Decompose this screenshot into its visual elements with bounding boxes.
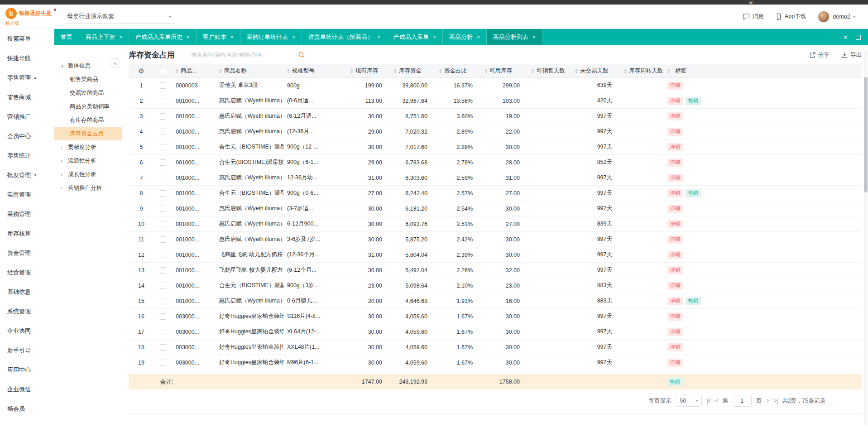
column-header-tags[interactable]: 标签 <box>664 67 862 75</box>
app-download-button[interactable]: App下载 <box>776 13 806 20</box>
table-row[interactable]: 10001000...惠氏启赋（Wyeth illuma）6-12月900...… <box>129 216 862 232</box>
tree-item[interactable]: ›流通性分析 <box>54 154 122 168</box>
sort-icon[interactable] <box>176 69 178 73</box>
tree-item[interactable]: 销售类商品 <box>54 72 122 86</box>
prev-page-button[interactable]: < <box>715 398 718 404</box>
sidebar-item[interactable]: 批发管理▼ <box>0 165 54 185</box>
table-row[interactable]: 16003000...好奇Huggies皇家铂金装纸尿S116片(4-8...3… <box>129 309 862 324</box>
table-row[interactable]: 11001000...惠氏启赋（Wyeth illuma）3-6岁及7岁...3… <box>129 232 862 247</box>
account-dropdown[interactable]: 母婴行业演示账套 ▾ <box>65 10 175 24</box>
tree-item[interactable]: 商品分类动销率 <box>54 100 122 113</box>
close-all-tabs-icon[interactable]: ✕ <box>843 34 848 41</box>
sidebar-item[interactable]: 零售统计 <box>0 146 54 165</box>
close-tab-icon[interactable]: × <box>377 34 380 40</box>
sort-icon[interactable] <box>575 69 578 73</box>
table-row[interactable]: 19003000...好奇Huggies皇家铂金装纸尿M96片(6-1...30… <box>129 355 862 370</box>
scrollbar-thumb[interactable] <box>864 77 868 192</box>
window-control-icon[interactable]: ⊟ <box>749 0 753 5</box>
sidebar-item[interactable]: 营销推广 <box>0 107 54 126</box>
search-input[interactable] <box>191 52 295 58</box>
tab-item[interactable]: 产成品入库单× <box>387 29 443 45</box>
sort-icon[interactable] <box>439 69 442 73</box>
sort-icon[interactable] <box>624 69 627 73</box>
column-header-amount[interactable]: 库存资金 <box>390 67 436 75</box>
table-row[interactable]: 6001000...合生元(BIOSTIME)派星较大900g（6-1...29… <box>129 155 862 170</box>
sidebar-item[interactable]: 经营管理 <box>0 263 54 282</box>
export-button[interactable]: 导出 <box>841 51 862 59</box>
sort-icon[interactable] <box>394 69 397 73</box>
close-tab-icon[interactable]: × <box>477 34 480 40</box>
tab-item[interactable]: 进货单统计表（按商品）× <box>302 29 387 45</box>
search-icon[interactable] <box>298 51 305 58</box>
close-tab-icon[interactable]: × <box>119 34 122 40</box>
tab-item[interactable]: 首页 <box>54 29 79 45</box>
row-checkbox[interactable] <box>160 113 166 120</box>
messages-button[interactable]: 消息 <box>743 13 764 20</box>
row-checkbox[interactable] <box>160 236 166 243</box>
table-row[interactable]: 4001000...惠氏启赋（Wyeth illuma）(12-36月...29… <box>129 124 862 139</box>
row-checkbox[interactable] <box>160 298 166 304</box>
sidebar-item[interactable]: 企业协同 <box>0 321 54 341</box>
column-header-code[interactable]: 商品... <box>172 67 216 75</box>
close-tab-icon[interactable]: × <box>532 34 536 40</box>
table-row[interactable]: 9001000...惠氏启赋（Wyeth illuma）(3-7岁适...30.… <box>129 201 862 216</box>
sidebar-item[interactable]: 零售商城 <box>0 87 54 107</box>
table-row[interactable]: 13001000...飞鹤星飞帆 较大婴儿配方奶(6-12个月...30.005… <box>129 263 862 278</box>
sidebar-item[interactable]: 快捷导航 <box>0 48 54 68</box>
tab-item[interactable]: 商品上下架× <box>79 29 129 45</box>
tab-item[interactable]: 商品分析列表× <box>487 29 542 45</box>
row-checkbox[interactable] <box>160 82 166 89</box>
sidebar-item[interactable]: 搜索菜单 <box>0 29 54 48</box>
row-checkbox[interactable] <box>160 221 166 227</box>
row-checkbox[interactable] <box>160 329 166 335</box>
row-checkbox[interactable] <box>160 129 166 135</box>
sidebar-item[interactable]: 库存核算 <box>0 224 54 243</box>
row-checkbox[interactable] <box>160 175 166 181</box>
row-checkbox[interactable] <box>160 283 166 289</box>
sidebar-item[interactable]: 系统管理 <box>0 302 54 321</box>
row-checkbox[interactable] <box>160 252 166 258</box>
sidebar-item[interactable]: 电商管理 <box>0 185 54 204</box>
collapse-panel-button[interactable]: « <box>110 58 120 68</box>
page-input[interactable] <box>733 395 752 407</box>
table-row[interactable]: 17003000...好奇Huggies皇家铂金装纸尿XL64片(12-...3… <box>129 324 862 340</box>
close-tab-icon[interactable]: × <box>292 34 295 40</box>
table-row[interactable]: 10000003爱他美 卓萃3段900g199.0039,800.0016.37… <box>129 78 862 93</box>
table-row[interactable]: 12001000...飞鹤星飞帆 幼儿配方奶粉 3(12-36个月...31.0… <box>129 247 862 263</box>
close-tab-icon[interactable]: × <box>230 34 234 40</box>
first-page-button[interactable]: |< <box>706 398 710 404</box>
tab-item[interactable]: 采购订单统计表× <box>240 29 302 45</box>
tab-item[interactable]: 产成品入库单历史× <box>129 29 197 45</box>
column-header-stock[interactable]: 现有库存 <box>347 67 390 75</box>
sidebar-item[interactable]: 畅会员 <box>0 399 54 418</box>
sidebar-item[interactable]: 基础信息 <box>0 282 54 302</box>
select-all-checkbox[interactable] <box>160 68 166 74</box>
row-checkbox[interactable] <box>160 344 166 351</box>
table-row[interactable]: 8001000...合生元（BIOSTIME）派星 1900g（0-6...27… <box>129 186 862 201</box>
row-checkbox[interactable] <box>160 190 166 197</box>
tree-item[interactable]: ›营销推广分析 <box>54 181 122 195</box>
column-header-avail[interactable]: 可用库存 <box>481 67 528 75</box>
row-checkbox[interactable] <box>160 144 166 150</box>
share-button[interactable]: 分享 <box>809 51 830 59</box>
sort-icon[interactable] <box>350 69 353 73</box>
tree-item[interactable]: 交易过的商品 <box>54 86 122 100</box>
row-checkbox[interactable] <box>160 313 166 320</box>
table-row[interactable]: 2001000...惠氏启赋（Wyeth illuma）(0-6月适...113… <box>129 93 862 109</box>
sort-icon[interactable] <box>287 69 290 73</box>
close-tab-icon[interactable]: × <box>433 34 436 40</box>
tab-item[interactable]: 商品分析× <box>443 29 487 45</box>
table-row[interactable]: 15001000...惠氏启赋（Wyeth illuma）0-6月婴儿...20… <box>129 293 862 309</box>
table-row[interactable]: 3001000...惠氏启赋（Wyeth illuma）(6-12月适...30… <box>129 109 862 124</box>
sort-icon[interactable] <box>484 69 487 73</box>
row-checkbox[interactable] <box>160 267 166 274</box>
tree-item[interactable]: 有库存的商品 <box>54 113 122 127</box>
tab-item[interactable]: 客户账本× <box>197 29 240 45</box>
sort-icon[interactable] <box>667 69 670 73</box>
table-row[interactable]: 20003000...好奇Huggies铂金装纸尿裤 <box>129 370 862 374</box>
table-row[interactable]: 14001000...合生元（BIOSTIME）派星 3900g（3岁...23… <box>129 278 862 293</box>
column-header-ratio[interactable]: 资金占比 <box>436 67 481 75</box>
column-header-turn[interactable]: 库存周转天数 <box>620 67 664 75</box>
column-header-sale[interactable]: 可销售天数 <box>528 67 571 75</box>
column-header-name[interactable]: 商品名称 <box>216 67 283 75</box>
